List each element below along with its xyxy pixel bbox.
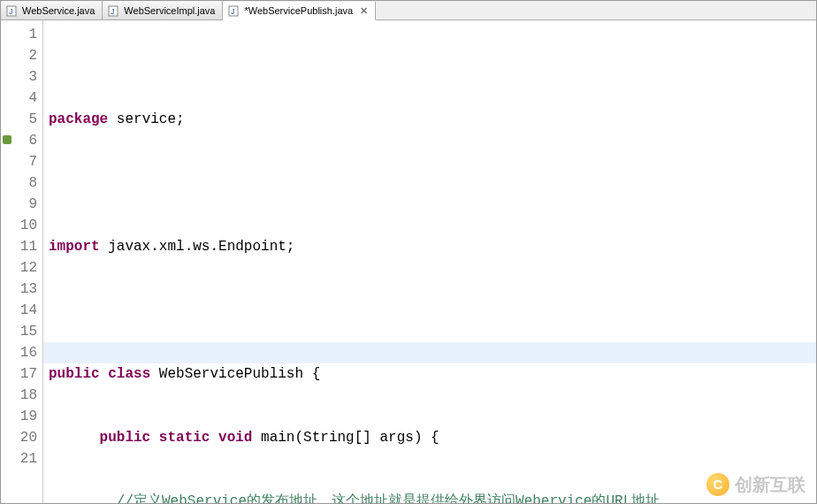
tab-webservicepublish[interactable]: J *WebServicePublish.java ✕ bbox=[223, 2, 376, 20]
watermark-logo-icon: C bbox=[706, 473, 729, 496]
code-line: public static void main(String[] args) { bbox=[49, 427, 816, 448]
watermark-text: 创新互联 bbox=[735, 474, 806, 495]
tab-label: WebServiceImpl.java bbox=[124, 5, 215, 16]
line-number: 19 bbox=[1, 406, 37, 427]
tab-webservice[interactable]: J WebService.java bbox=[1, 1, 103, 19]
line-number: 14 bbox=[1, 300, 37, 321]
line-number: 21 bbox=[1, 448, 37, 470]
line-number: 7 bbox=[1, 151, 37, 172]
editor-window: J WebService.java J WebServiceImpl.java … bbox=[0, 0, 817, 504]
line-number: 8 bbox=[1, 172, 37, 194]
code-line: public class WebServicePublish { bbox=[49, 363, 816, 385]
svg-text:J: J bbox=[111, 7, 115, 16]
line-number: 13 bbox=[1, 279, 37, 300]
code-editor[interactable]: package service; import javax.xml.ws.End… bbox=[43, 20, 816, 503]
watermark: C 创新互联 bbox=[706, 473, 806, 496]
line-number: 11 bbox=[1, 236, 37, 257]
java-file-icon: J bbox=[6, 4, 19, 17]
tab-label: *WebServicePublish.java bbox=[244, 5, 353, 16]
line-number: 4 bbox=[1, 88, 37, 109]
editor-tabs: J WebService.java J WebServiceImpl.java … bbox=[1, 1, 816, 20]
svg-text:J: J bbox=[231, 7, 235, 16]
line-number: 12 bbox=[1, 257, 37, 279]
line-number: 2 bbox=[1, 45, 37, 66]
close-icon[interactable]: ✕ bbox=[360, 5, 368, 17]
line-number: 9 bbox=[1, 194, 37, 215]
java-file-icon: J bbox=[228, 4, 241, 17]
line-number: 16 bbox=[1, 342, 37, 363]
line-number: 18 bbox=[1, 385, 37, 406]
line-number: 5 bbox=[1, 109, 37, 130]
line-number: 15 bbox=[1, 321, 37, 342]
line-number: 17 bbox=[1, 363, 37, 385]
tab-webserviceimpl[interactable]: J WebServiceImpl.java bbox=[103, 1, 223, 19]
current-line-highlight bbox=[43, 342, 816, 363]
editor-body: 1 2 3 4 5 6 7 8 9 10 11 12 13 14 15 16 1… bbox=[1, 20, 816, 503]
java-file-icon: J bbox=[108, 4, 120, 17]
code-line bbox=[49, 300, 816, 321]
line-number-gutter: 1 2 3 4 5 6 7 8 9 10 11 12 13 14 15 16 1… bbox=[1, 20, 43, 503]
code-line: import javax.xml.ws.Endpoint; bbox=[49, 236, 816, 257]
svg-text:J: J bbox=[9, 7, 13, 16]
line-number: 1 bbox=[1, 24, 37, 45]
tab-label: WebService.java bbox=[22, 5, 95, 16]
line-number: 6 bbox=[1, 130, 37, 151]
code-line bbox=[49, 172, 816, 194]
line-number: 10 bbox=[1, 215, 37, 236]
line-number: 3 bbox=[1, 66, 37, 88]
code-line: package service; bbox=[49, 109, 816, 130]
line-number: 20 bbox=[1, 427, 37, 448]
code-line: //定义WebService的发布地址，这个地址就是提供给外界访问Webervi… bbox=[49, 491, 816, 503]
